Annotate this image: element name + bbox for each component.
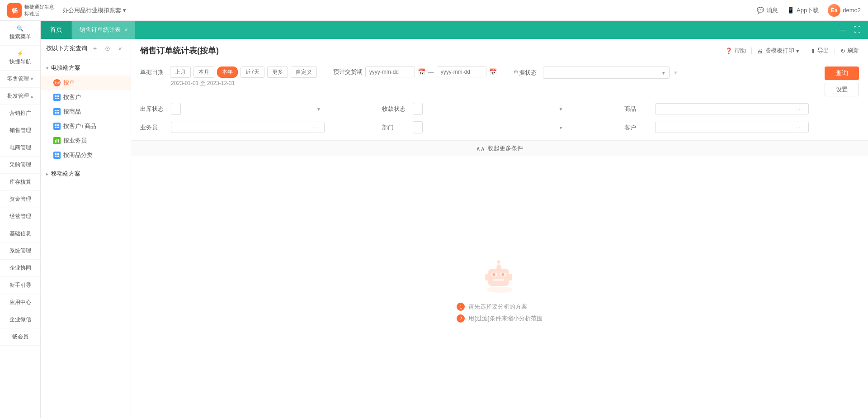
header-left: 畅 畅捷通好生意 标账版 办公用品行业模拟账套 ▾ [7,3,130,18]
calendar-end-icon[interactable]: 📅 [489,68,497,76]
scheme-parent-mobile[interactable]: ▸ 移动端方案 [41,166,131,181]
sidebar-item-basic[interactable]: 基础信息 [0,225,40,242]
scheme-item-by-salesperson[interactable]: 按业务员 [41,133,131,148]
tab-sales-order-stats[interactable]: 销售订单统计表 × [72,21,135,39]
customer-selector[interactable]: ··· [655,122,809,133]
date-custom-btn[interactable]: 自定义 [291,66,317,78]
refresh-button[interactable]: ↻ 刷新 [840,47,859,55]
svg-rect-19 [55,156,57,157]
svg-rect-11 [57,124,59,126]
predicted-date-end[interactable] [437,66,486,77]
export-button[interactable]: ⬆ 导出 [811,47,829,55]
sidebar-item-search[interactable]: 🔍 搜索菜单 [0,21,40,46]
svg-rect-25 [493,279,504,281]
tab-home[interactable]: 首页 [41,21,71,39]
right-panel: 销售订单统计表(按单) ❓ 帮助 🖨 按模板打印 ▾ [131,39,868,418]
scheme-item-by-customer-goods[interactable]: 按客户+商品 [41,119,131,133]
avatar: Ea [828,4,840,17]
date-more-btn[interactable]: 更多 [267,66,288,78]
scheme-item-by-customer[interactable]: 按客户 [41,90,131,104]
scheme-parent-desktop[interactable]: ▾ 电脑端方案 [41,60,131,76]
sidebar-item-wholesale[interactable]: 批发管理 ▴ [0,88,40,105]
sidebar-item-finance[interactable]: 资金管理 [0,191,40,208]
svg-point-26 [492,273,495,276]
salesperson-label: 业务员 [140,124,167,132]
header-right: 💬 消息 📱 App下载 Ea demo2 [757,4,861,17]
sidebar-item-ecommerce[interactable]: 电商管理 [0,139,40,157]
goods-selector[interactable]: ··· [655,103,809,114]
sidebar-item-inventory[interactable]: 库存核算 [0,174,40,191]
nav-icon: ⚡ [17,50,24,57]
sidebar-item-wechat[interactable]: 企业微信 [0,311,40,328]
sidebar-item-purchase[interactable]: 采购管理 [0,157,40,174]
collapse-panel-button[interactable]: « [115,43,125,53]
scheme-order-icon: 按单 [53,79,61,86]
svg-point-30 [497,260,500,263]
sidebar-item-marketing[interactable]: 营销推广 [0,105,40,122]
sidebar-item-system[interactable]: 系统管理 [0,242,40,260]
query-button[interactable]: 查询 [825,66,859,80]
refresh-icon: ↻ [840,48,845,54]
search-icon: 🔍 [17,25,24,32]
divider3 [835,48,835,54]
date-last-month-btn[interactable]: 上月 [170,66,191,78]
ship-status-label: 出库状态 [140,105,167,113]
page-title-bar: 销售订单统计表(按单) ❓ 帮助 🖨 按模板打印 ▾ [131,39,868,60]
single-status-more-icon[interactable]: ▾ [674,69,677,76]
main-layout: 🔍 搜索菜单 ⚡ 快捷导航 零售管理 ▾ 批发管理 ▴ 营销推广 销售管理 电商… [0,21,868,418]
collapse-filter-button[interactable]: ∧∧ 收起更多条件 [131,140,868,156]
left-panel-header: 按以下方案查询 + ⊙ « [41,39,131,58]
sidebar-item-sales[interactable]: 销售管理 [0,122,40,139]
app-selector[interactable]: 办公用品行业模拟账套 ▾ [59,5,130,16]
department-select[interactable] [413,121,423,133]
print-dropdown-icon: ▾ [796,48,799,54]
date-this-month-btn[interactable]: 本月 [193,66,214,78]
sidebar-item-apps[interactable]: 应用中心 [0,294,40,311]
scheme-customer-icon [53,94,61,101]
predicted-date-label: 预计交货期 [333,68,363,76]
ship-status-select[interactable] [171,103,181,115]
tab-close-icon[interactable]: × [124,26,128,33]
sidebar-item-quicknav[interactable]: ⚡ 快捷导航 [0,46,40,71]
print-button[interactable]: 🖨 按模板打印 ▾ [757,47,799,55]
sidebar-item-newbie[interactable]: 新手引导 [0,277,40,294]
help-icon: ❓ [725,48,732,54]
date-range-display: 2023-01-01 至 2023-12-31 [142,80,317,87]
help-button[interactable]: ❓ 帮助 [725,47,746,55]
empty-state: 1 请先选择要分析的方案 2 用[过滤]条件来缩小分析范围 [131,156,868,418]
receipt-status-select[interactable] [413,103,423,115]
user-menu[interactable]: Ea demo2 [828,4,861,17]
settings-scheme-button[interactable]: ⊙ [103,43,113,53]
salesperson-selector[interactable]: ··· [171,122,325,133]
single-status-select[interactable] [543,66,670,79]
scheme-item-by-order[interactable]: 按单 按单 [41,76,131,90]
sidebar-item-operations[interactable]: 经营管理 [0,208,40,225]
scheme-customer-goods-icon [53,123,61,130]
app-download-button[interactable]: 📱 App下载 [787,6,819,14]
predicted-date-start[interactable] [365,66,415,77]
chevron-left-icon: « [118,45,122,52]
customer-label: 客户 [624,124,651,132]
sidebar-item-retail[interactable]: 零售管理 ▾ [0,71,40,88]
minimize-button[interactable]: — [837,24,848,35]
svg-text:畅: 畅 [12,7,18,14]
messages-button[interactable]: 💬 消息 [757,6,778,14]
title-actions: ❓ 帮助 🖨 按模板打印 ▾ ⬆ 导出 [725,47,859,55]
sidebar-item-members[interactable]: 畅会员 [0,328,40,346]
maximize-button[interactable]: ⛶ [852,24,863,35]
svg-rect-10 [55,124,57,126]
sidebar-item-enterprise[interactable]: 企业协同 [0,260,40,277]
scheme-item-by-goods-category[interactable]: 按商品分类 [41,148,131,162]
svg-rect-32 [509,274,512,280]
message-icon: 💬 [757,7,764,14]
svg-rect-3 [57,95,59,97]
scheme-item-by-goods[interactable]: 按商品 [41,104,131,119]
filter-settings-button[interactable]: 设置 [825,83,859,96]
svg-rect-17 [55,153,57,155]
add-scheme-button[interactable]: + [90,43,100,53]
svg-rect-9 [57,112,59,114]
calendar-start-icon[interactable]: 📅 [418,68,425,76]
date-last7days-btn[interactable]: 近7天 [241,66,264,78]
svg-point-27 [501,273,505,276]
date-this-year-btn[interactable]: 本年 [217,66,238,78]
